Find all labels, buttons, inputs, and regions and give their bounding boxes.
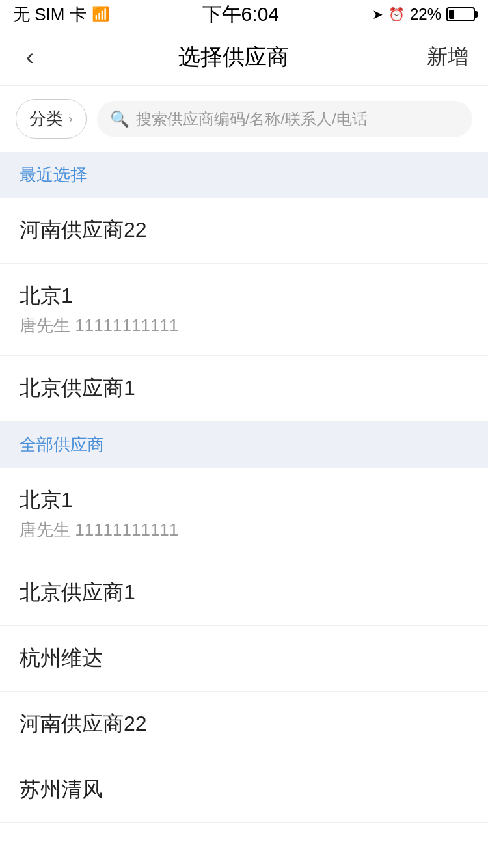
search-input[interactable] xyxy=(136,110,459,128)
battery-fill xyxy=(449,10,454,19)
status-bar: 无 SIM 卡 📶 下午6:04 ➤ ⏰ 22% xyxy=(0,0,488,29)
new-action-button[interactable]: 新增 xyxy=(427,43,468,72)
category-label: 分类 xyxy=(29,107,63,130)
list-item[interactable]: 北京供应商1 xyxy=(0,356,488,422)
search-icon: 🔍 xyxy=(110,110,129,128)
recent-items-list: 河南供应商22 北京1 唐先生 11111111111 北京供应商1 xyxy=(0,198,488,422)
search-box: 🔍 xyxy=(97,101,472,137)
item-detail: 唐先生 11111111111 xyxy=(20,519,468,541)
battery-icon-container xyxy=(446,7,475,21)
wifi-icon: 📶 xyxy=(92,6,109,23)
list-item[interactable]: 河南供应商22 xyxy=(0,692,488,757)
all-section-header: 全部供应商 xyxy=(0,422,488,468)
list-item[interactable]: 北京1 唐先生 11111111111 xyxy=(0,468,488,560)
location-icon: ➤ xyxy=(372,7,383,22)
list-item[interactable]: 苏州清风 xyxy=(0,757,488,823)
item-name: 杭州维达 xyxy=(20,644,468,673)
all-section-label: 全部供应商 xyxy=(20,435,104,454)
battery-icon xyxy=(446,7,475,21)
item-name: 北京1 xyxy=(20,486,468,515)
recent-section-label: 最近选择 xyxy=(20,165,87,184)
list-item[interactable]: 杭州维达 xyxy=(0,626,488,692)
chevron-right-icon: › xyxy=(68,111,73,126)
filter-bar: 分类 › 🔍 xyxy=(0,86,488,152)
list-item[interactable]: 河南供应商22 xyxy=(0,198,488,264)
item-name: 河南供应商22 xyxy=(20,710,468,739)
recent-section-header: 最近选择 xyxy=(0,152,488,198)
category-button[interactable]: 分类 › xyxy=(16,99,87,139)
item-name: 北京供应商1 xyxy=(20,374,468,403)
status-time: 下午6:04 xyxy=(202,1,279,28)
back-button[interactable]: ‹ xyxy=(20,37,40,77)
all-items-list: 北京1 唐先生 11111111111 北京供应商1 杭州维达 河南供应商22 … xyxy=(0,468,488,823)
list-item[interactable]: 北京1 唐先生 11111111111 xyxy=(0,264,488,356)
status-left: 无 SIM 卡 📶 xyxy=(13,3,109,26)
list-item[interactable]: 北京供应商1 xyxy=(0,560,488,626)
nav-bar: ‹ 选择供应商 新增 xyxy=(0,29,488,86)
item-name: 河南供应商22 xyxy=(20,216,468,245)
alarm-icon: ⏰ xyxy=(388,7,405,22)
sim-text: 无 SIM 卡 xyxy=(13,3,87,26)
battery-percent: 22% xyxy=(410,5,441,23)
status-right: ➤ ⏰ 22% xyxy=(372,5,475,23)
item-detail: 唐先生 11111111111 xyxy=(20,314,468,337)
item-name: 北京1 xyxy=(20,282,468,310)
item-name: 苏州清风 xyxy=(20,776,468,804)
item-name: 北京供应商1 xyxy=(20,578,468,607)
page-title: 选择供应商 xyxy=(178,42,289,72)
